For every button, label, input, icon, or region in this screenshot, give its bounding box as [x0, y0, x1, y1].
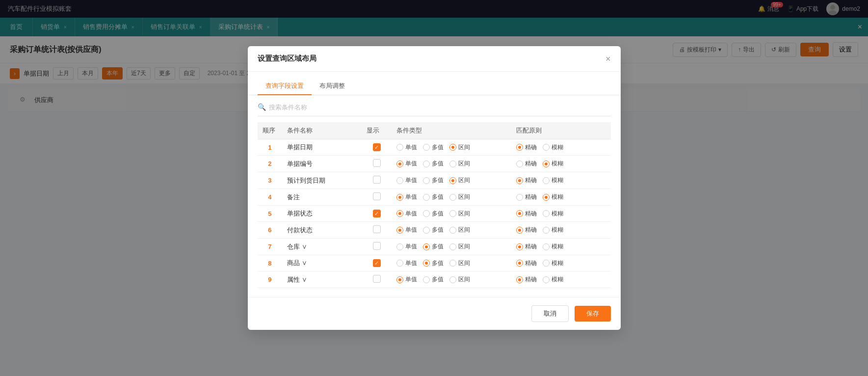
tab-layout[interactable]: 布局调整 [312, 78, 353, 95]
modal-overlay: 设置查询区域布局 × 查询字段设置 布局调整 🔍 [0, 0, 868, 117]
search-box: 🔍 [258, 103, 611, 116]
settings-dialog: 设置查询区域布局 × 查询字段设置 布局调整 🔍 [248, 46, 621, 117]
tab-layout-label: 布局调整 [319, 82, 345, 89]
dialog-body: 🔍 顺序 条件名称 显示 条件类型 匹配原则 [248, 95, 621, 117]
tab-query-fields-label: 查询字段设置 [265, 82, 304, 89]
dialog-tabs: 查询字段设置 布局调整 [248, 72, 621, 95]
dialog-close-button[interactable]: × [605, 54, 611, 63]
tab-query-fields[interactable]: 查询字段设置 [258, 78, 312, 95]
dialog-title: 设置查询区域布局 [258, 54, 316, 63]
search-input[interactable] [269, 104, 611, 111]
search-icon: 🔍 [258, 103, 266, 111]
dialog-header: 设置查询区域布局 × [248, 46, 621, 72]
